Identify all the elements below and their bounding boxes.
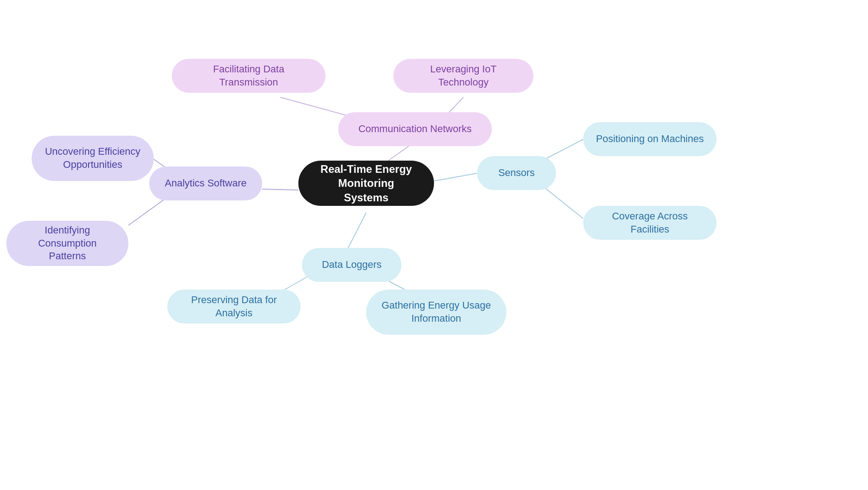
uncovering-efficiency-node: Uncovering Efficiency Opportunities	[32, 136, 154, 181]
preserving-data-label: Preserving Data for Analysis	[180, 294, 288, 319]
center-label: Real-Time Energy Monitoring Systems	[315, 162, 418, 205]
gathering-energy-node: Gathering Energy Usage Information	[366, 290, 506, 335]
svg-line-6	[434, 173, 477, 181]
leveraging-iot-label: Leveraging IoT Technology	[406, 63, 521, 89]
positioning-on-machines-label: Positioning on Machines	[596, 133, 703, 146]
sensors-label: Sensors	[498, 167, 535, 180]
data-loggers-node: Data Loggers	[302, 248, 401, 282]
gathering-energy-label: Gathering Energy Usage Information	[379, 299, 494, 325]
svg-line-3	[262, 189, 298, 190]
sensors-node: Sensors	[477, 156, 556, 190]
identifying-consumption-node: Identifying Consumption Patterns	[6, 221, 128, 266]
communication-networks-node: Communication Networks	[338, 112, 492, 146]
identifying-consumption-label: Identifying Consumption Patterns	[19, 224, 116, 263]
svg-line-9	[348, 213, 366, 248]
facilitating-data-transmission-node: Facilitating Data Transmission	[172, 59, 326, 93]
analytics-software-label: Analytics Software	[165, 177, 247, 190]
analytics-software-node: Analytics Software	[149, 167, 262, 200]
positioning-on-machines-node: Positioning on Machines	[583, 122, 717, 156]
preserving-data-node: Preserving Data for Analysis	[167, 290, 301, 323]
communication-networks-label: Communication Networks	[359, 123, 472, 136]
center-node: Real-Time Energy Monitoring Systems	[298, 161, 434, 206]
data-loggers-label: Data Loggers	[322, 258, 382, 271]
coverage-across-facilities-label: Coverage Across Facilities	[596, 210, 704, 236]
leveraging-iot-node: Leveraging IoT Technology	[393, 59, 533, 93]
coverage-across-facilities-node: Coverage Across Facilities	[583, 206, 717, 240]
facilitating-data-transmission-label: Facilitating Data Transmission	[184, 63, 313, 89]
uncovering-efficiency-label: Uncovering Efficiency Opportunities	[44, 145, 141, 171]
